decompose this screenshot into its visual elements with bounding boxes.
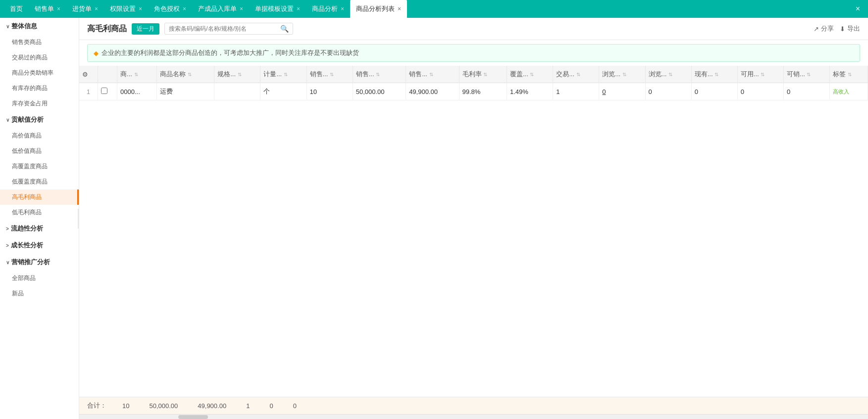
search-box: 🔍 bbox=[164, 23, 293, 35]
nav-close-销售单[interactable]: × bbox=[57, 5, 60, 12]
footer-values: 10 50,000.00 49,900.00 1 0 0 bbox=[122, 402, 297, 410]
col-header-availStock[interactable]: 可用... ⇅ bbox=[737, 66, 783, 83]
col-header-currentStock[interactable]: 现有... ⇅ bbox=[691, 66, 737, 83]
col-header-settings[interactable]: ⚙ bbox=[79, 66, 98, 83]
col-header-salesCost[interactable]: 销售... ⇅ bbox=[406, 66, 459, 83]
nav-item-销售单[interactable]: 销售单× bbox=[29, 0, 66, 18]
nav-close-产成品入库单[interactable]: × bbox=[240, 5, 243, 12]
nav-close-商品分析[interactable]: × bbox=[341, 5, 344, 12]
nav-close-商品分析列表[interactable]: × bbox=[398, 5, 401, 12]
alert-text: 企业的主要的利润都是这部分商品创造的，可考虑加大推广，同时关注库存是不要出现缺货 bbox=[102, 48, 359, 57]
col-header-spec[interactable]: 规格... ⇅ bbox=[214, 66, 260, 83]
cell-currentStock: 0 bbox=[691, 83, 737, 100]
sidebar-item-交易过的商品[interactable]: 交易过的商品 bbox=[0, 50, 79, 65]
sidebar-group-流趋性分析[interactable]: >流趋性分析 bbox=[0, 220, 79, 237]
table-body: 10000...运费个1050,000.0049,900.0099.8%1.49… bbox=[79, 83, 868, 100]
group-label: 贡献值分析 bbox=[11, 115, 44, 124]
row-checkbox[interactable] bbox=[101, 88, 107, 94]
group-arrow-icon: > bbox=[6, 243, 9, 248]
col-header-views1[interactable]: 浏览... ⇅ bbox=[599, 66, 645, 83]
sidebar-item-有库存的商品[interactable]: 有库存的商品 bbox=[0, 81, 79, 96]
page-title: 高毛利商品 bbox=[87, 24, 127, 34]
top-navigation: 首页销售单×进货单×权限设置×角色授权×产成品入库单×单据模板设置×商品分析×商… bbox=[0, 0, 868, 18]
views1-link[interactable]: 0 bbox=[602, 88, 606, 95]
nav-item-权限设置[interactable]: 权限设置× bbox=[104, 0, 148, 18]
header-actions: ↗ 分享 ⬇ 导出 bbox=[814, 24, 860, 33]
sort-icon: ⇅ bbox=[576, 72, 580, 77]
sidebar-group-成长性分析[interactable]: >成长性分析 bbox=[0, 237, 79, 254]
col-header-name[interactable]: 商品名称 ⇅ bbox=[157, 66, 214, 83]
sidebar-item-高价值商品[interactable]: 高价值商品 bbox=[0, 128, 79, 143]
nav-item-进货单[interactable]: 进货单× bbox=[66, 0, 104, 18]
nav-close-权限设置[interactable]: × bbox=[139, 5, 142, 12]
cell-salesQty: 10 bbox=[306, 83, 353, 100]
share-button[interactable]: ↗ 分享 bbox=[814, 24, 834, 33]
col-header-views2[interactable]: 浏览... ⇅ bbox=[645, 66, 691, 83]
sort-icon: ⇅ bbox=[668, 72, 672, 77]
sidebar-group-营销推广分析[interactable]: ∨营销推广分析 bbox=[0, 254, 79, 271]
sort-icon: ⇅ bbox=[848, 72, 852, 77]
date-filter-button[interactable]: 近一月 bbox=[132, 23, 159, 35]
group-arrow-icon: > bbox=[6, 226, 9, 232]
search-input[interactable] bbox=[169, 25, 280, 32]
col-header-saleStock[interactable]: 可销... ⇅ bbox=[784, 66, 830, 83]
nav-close-进货单[interactable]: × bbox=[95, 5, 98, 12]
horizontal-scrollbar[interactable] bbox=[79, 414, 868, 419]
cell-tag: 高收入 bbox=[830, 83, 868, 100]
sidebar-item-高覆盖度商品[interactable]: 高覆盖度商品 bbox=[0, 159, 79, 174]
sort-icon: ⇅ bbox=[530, 72, 534, 77]
table-header: ⚙商... ⇅商品名称 ⇅规格... ⇅计量... ⇅销售... ⇅销售... … bbox=[79, 66, 868, 83]
sidebar-item-新品[interactable]: 新品 bbox=[0, 286, 79, 301]
sidebar-item-低覆盖度商品[interactable]: 低覆盖度商品 bbox=[0, 174, 79, 189]
col-header-salesQty[interactable]: 销售... ⇅ bbox=[306, 66, 353, 83]
nav-item-商品分析列表[interactable]: 商品分析列表× bbox=[350, 0, 407, 18]
nav-item-角色授权[interactable]: 角色授权× bbox=[148, 0, 192, 18]
footer-sales-amt: 50,000.00 bbox=[149, 402, 178, 410]
col-header-tag[interactable]: 标签 ⇅ bbox=[830, 66, 868, 83]
nav-item-商品分析[interactable]: 商品分析× bbox=[306, 0, 350, 18]
sort-icon: ⇅ bbox=[761, 72, 765, 77]
sort-icon: ⇅ bbox=[807, 72, 811, 77]
sort-icon: ⇅ bbox=[715, 72, 718, 77]
nav-item-产成品入库单[interactable]: 产成品入库单× bbox=[192, 0, 249, 18]
export-button[interactable]: ⬇ 导出 bbox=[840, 24, 860, 33]
nav-item-首页[interactable]: 首页 bbox=[4, 0, 29, 18]
search-icon: 🔍 bbox=[280, 25, 289, 33]
sidebar-collapse-button[interactable]: « bbox=[78, 209, 79, 229]
col-header-unit[interactable]: 计量... ⇅ bbox=[260, 66, 306, 83]
close-window-button[interactable]: × bbox=[852, 4, 864, 13]
cell-code: 0000... bbox=[117, 83, 157, 100]
sidebar-item-低价值商品[interactable]: 低价值商品 bbox=[0, 143, 79, 159]
sidebar-item-全部商品[interactable]: 全部商品 bbox=[0, 271, 79, 286]
col-header-checkbox[interactable] bbox=[98, 66, 117, 83]
scrollbar-thumb[interactable] bbox=[178, 415, 208, 419]
sidebar-group-整体信息[interactable]: ∨整体信息 bbox=[0, 18, 79, 35]
sidebar-item-销售类商品[interactable]: 销售类商品 bbox=[0, 35, 79, 50]
col-header-salesAmt[interactable]: 销售... ⇅ bbox=[353, 66, 406, 83]
col-header-transCount[interactable]: 交易... ⇅ bbox=[553, 66, 599, 83]
nav-item-单据模板设置[interactable]: 单据模板设置× bbox=[249, 0, 306, 18]
table-container[interactable]: ⚙商... ⇅商品名称 ⇅规格... ⇅计量... ⇅销售... ⇅销售... … bbox=[79, 66, 868, 397]
sidebar-item-商品分类助销率[interactable]: 商品分类助销率 bbox=[0, 65, 79, 81]
export-icon: ⬇ bbox=[840, 25, 845, 33]
nav-close-单据模板设置[interactable]: × bbox=[297, 5, 300, 12]
sidebar-item-高毛利商品[interactable]: 高毛利商品 bbox=[0, 189, 79, 205]
col-header-coverage[interactable]: 覆盖... ⇅ bbox=[507, 66, 553, 83]
cell-views1[interactable]: 0 bbox=[599, 83, 645, 100]
col-header-grossMargin[interactable]: 毛利率 ⇅ bbox=[459, 66, 507, 83]
table-row: 10000...运费个1050,000.0049,900.0099.8%1.49… bbox=[79, 83, 868, 100]
alert-box: ◆ 企业的主要的利润都是这部分商品创造的，可考虑加大推广，同时关注库存是不要出现… bbox=[87, 44, 860, 62]
nav-close-角色授权[interactable]: × bbox=[183, 5, 186, 12]
sidebar-item-库存资金占用[interactable]: 库存资金占用 bbox=[0, 96, 79, 111]
sidebar-group-贡献值分析[interactable]: ∨贡献值分析 bbox=[0, 111, 79, 128]
main-layout: « ∨整体信息销售类商品交易过的商品商品分类助销率有库存的商品库存资金占用∨贡献… bbox=[0, 18, 868, 419]
col-header-code[interactable]: 商... ⇅ bbox=[117, 66, 157, 83]
sidebar-item-低毛利商品[interactable]: 低毛利商品 bbox=[0, 205, 79, 220]
cell-salesAmt: 50,000.00 bbox=[353, 83, 406, 100]
sort-icon: ⇅ bbox=[238, 72, 242, 77]
group-label: 流趋性分析 bbox=[11, 224, 43, 233]
share-icon: ↗ bbox=[814, 25, 819, 33]
sort-icon: ⇅ bbox=[330, 72, 334, 77]
group-arrow-icon: ∨ bbox=[6, 117, 9, 123]
group-label: 整体信息 bbox=[11, 22, 37, 31]
